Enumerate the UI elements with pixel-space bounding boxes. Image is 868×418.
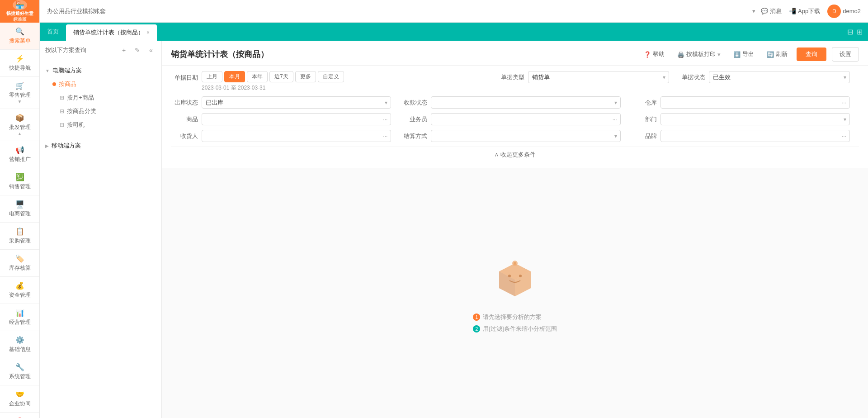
mobile-expand-icon: ▶: [45, 143, 49, 148]
doc-status-control: ▾: [709, 71, 850, 83]
scheme-item-driver[interactable]: ⊟ 按司机: [40, 118, 161, 132]
refresh-label: 刷新: [776, 50, 788, 58]
tab-active[interactable]: 销货单统计计表（按商品） ×: [66, 24, 157, 41]
sidebar-item-ecommerce[interactable]: 🖥️ 电商管理: [0, 195, 39, 223]
department-input[interactable]: [660, 113, 850, 125]
sidebar-item-retail[interactable]: 🛒 零售管理 ▼: [0, 77, 39, 109]
workspace-dropdown-icon[interactable]: ▾: [752, 8, 755, 14]
inventory-icon: 🏷️: [15, 254, 24, 263]
print-btn[interactable]: 🖨️ 按模板打印 ▾: [674, 48, 724, 60]
query-btn[interactable]: 查询: [797, 48, 826, 61]
doc-status-input[interactable]: [709, 71, 850, 83]
sidebar-item-finance[interactable]: 💰 资金管理: [0, 277, 39, 304]
brand-label: 品牌: [630, 132, 657, 140]
date-label: 单据日期: [171, 71, 202, 82]
app-download-btn[interactable]: 📲 App下载: [789, 7, 820, 15]
edit-scheme-btn[interactable]: ✎: [132, 45, 142, 55]
filter-row-date: 单据日期 上月 本月 本年 近7天 更多 自定义 2023-03-01 至 20…: [171, 71, 859, 92]
retail-expand-icon: ▼: [18, 99, 22, 104]
warehouse-ellipsis[interactable]: ···: [842, 100, 846, 106]
date-range-text: 2023-03-01 至 2023-03-31: [202, 84, 497, 92]
scheme-label-month-goods: 按月+商品: [67, 94, 94, 102]
scheme-item-month-goods[interactable]: ⊞ 按月+商品: [40, 91, 161, 104]
window-minimize-icon[interactable]: ⊟: [847, 28, 853, 36]
user-profile-btn[interactable]: D demo2: [827, 5, 861, 18]
left-panel: 按以下方案查询 + ✎ « ▼ 电脑端方案 按商品: [40, 41, 162, 418]
refresh-btn[interactable]: 🔄 刷新: [763, 48, 791, 60]
page-title-actions: ❓ 帮助 🖨️ 按模板打印 ▾ ⬇️ 导出 🔄 刷新: [640, 47, 859, 62]
sidebar-item-wholesale[interactable]: 📦 批发管理 ▲: [0, 109, 39, 141]
period-btn-this-month[interactable]: 本月: [224, 71, 245, 82]
sidebar-item-system[interactable]: 🔧 系统管理: [0, 358, 39, 385]
export-btn[interactable]: ⬇️ 导出: [730, 48, 758, 60]
goods-input[interactable]: [202, 113, 391, 125]
period-btn-last-7-days[interactable]: 近7天: [269, 71, 293, 82]
message-btn[interactable]: 💬 消息: [761, 7, 782, 15]
salesman-input[interactable]: [431, 113, 620, 125]
sidebar-item-search[interactable]: 🔍 搜索菜单: [0, 23, 39, 50]
enterprise-icon: 🤝: [15, 390, 24, 399]
search-icon: 🔍: [15, 27, 24, 36]
topbar: 办公用品行业模拟账套 ▾ 💬 消息 📲 App下载 D demo2: [40, 0, 868, 23]
driver-icon: ⊟: [60, 122, 64, 128]
period-btn-last-month[interactable]: 上月: [202, 71, 222, 82]
receipt-status-input[interactable]: [431, 96, 620, 109]
content-wrapper: 按以下方案查询 + ✎ « ▼ 电脑端方案 按商品: [40, 41, 868, 418]
date-control: 上月 本月 本年 近7天 更多 自定义 2023-03-01 至 2023-03…: [202, 71, 497, 92]
sidebar-item-basic[interactable]: ⚙️ 基础信息: [0, 331, 39, 358]
doc-type-input[interactable]: [528, 71, 669, 83]
sidebar-item-nav[interactable]: ⚡ 快捷导航: [0, 50, 39, 77]
sidebar-item-marketing[interactable]: 📢 营销推广: [0, 141, 39, 168]
receiver-ellipsis[interactable]: ···: [383, 133, 387, 139]
sales-icon: 💹: [15, 173, 24, 181]
sidebar-label-system: 系统管理: [9, 373, 31, 380]
sidebar-item-operations[interactable]: 📊 经营管理: [0, 304, 39, 331]
scheme-group-desktop[interactable]: ▼ 电脑端方案: [40, 64, 161, 77]
group-expand-icon: ▼: [45, 68, 50, 73]
scheme-item-goods-category[interactable]: ⊟ 按商品分类: [40, 104, 161, 118]
payment-label: 结算方式: [400, 132, 427, 140]
doc-type-control: ▾: [528, 71, 669, 83]
sidebar-item-purchase[interactable]: 📋 采购管理: [0, 223, 39, 250]
scheme-item-by-goods[interactable]: 按商品: [40, 77, 161, 91]
sidebar-item-enterprise[interactable]: 🤝 企业协同: [0, 385, 39, 413]
receiver-input[interactable]: [202, 130, 391, 142]
purchase-icon: 📋: [15, 227, 24, 236]
scheme-group-mobile[interactable]: ▶ 移动端方案: [40, 139, 161, 152]
brand-ellipsis[interactable]: ···: [842, 133, 846, 139]
window-expand-icon[interactable]: ⊞: [857, 28, 863, 36]
tab-active-label: 销货单统计计表（按商品）: [73, 28, 144, 37]
period-btn-more[interactable]: 更多: [295, 71, 316, 82]
collapse-more-btn[interactable]: ∧ 收起更多条件: [171, 147, 859, 162]
doc-type-label: 单据类型: [497, 73, 524, 81]
brand-input[interactable]: [660, 130, 850, 142]
payment-input[interactable]: [431, 130, 620, 142]
tab-close-icon[interactable]: ×: [146, 29, 150, 36]
period-btn-this-year[interactable]: 本年: [247, 71, 268, 82]
filter-cell-doc-status: 单据状态 ▾: [678, 71, 859, 83]
warehouse-input[interactable]: [660, 96, 850, 109]
settings-btn[interactable]: 设置: [832, 47, 859, 62]
goods-ellipsis[interactable]: ···: [383, 116, 387, 123]
sidebar-item-inventory[interactable]: 🏷️ 库存核算: [0, 250, 39, 277]
help-btn[interactable]: ❓ 帮助: [640, 48, 668, 60]
tab-home[interactable]: 首页: [40, 23, 66, 41]
add-scheme-btn[interactable]: +: [119, 45, 129, 55]
tab-home-label: 首页: [47, 28, 59, 36]
sidebar-item-sales[interactable]: 💹 销售管理: [0, 168, 39, 195]
scheme-section-desktop: ▼ 电脑端方案 按商品 ⊞ 按月+商品 ⊟ 按商品分类 ⊟ 按司机: [40, 60, 161, 135]
edit-icon: ✎: [135, 47, 140, 54]
app-logo: 🏪 畅捷通好生意 标准版: [0, 0, 39, 23]
finance-icon: 💰: [15, 281, 24, 290]
warehouse-out-input[interactable]: [202, 96, 391, 109]
sidebar-label-ecommerce: 电商管理: [9, 210, 31, 218]
receipt-status-label: 收款状态: [400, 99, 427, 107]
empty-state: 1 请先选择要分析的方案 2 用[过滤]条件来缩小分析范围: [162, 168, 868, 418]
scheme-label-driver: 按司机: [67, 121, 85, 129]
period-btn-custom[interactable]: 自定义: [318, 71, 344, 82]
tip-num-1: 1: [473, 314, 480, 321]
collapse-panel-btn[interactable]: «: [146, 45, 156, 55]
filter-row-3: 商品 ··· 业务员 ··· 部门: [171, 113, 859, 125]
sidebar-item-guide[interactable]: 🎯 新手引导: [0, 413, 39, 418]
salesman-ellipsis[interactable]: ···: [613, 116, 617, 123]
